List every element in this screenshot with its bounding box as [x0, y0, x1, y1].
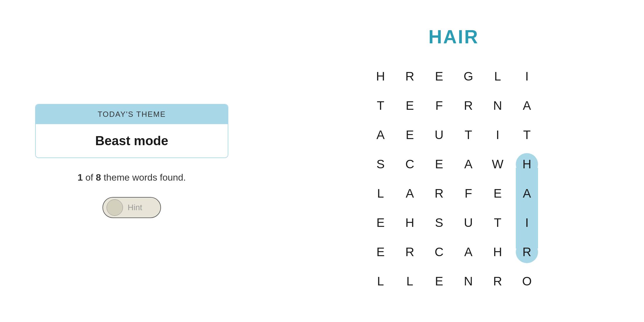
hint-label: Hint [128, 203, 142, 212]
hint-toggle-knob [107, 199, 123, 216]
grid-cell[interactable]: L [366, 267, 395, 296]
grid-cell[interactable]: A [366, 120, 395, 150]
grid-cell[interactable]: A [454, 150, 483, 179]
theme-card-header: TODAY'S THEME [36, 105, 228, 124]
grid-cell[interactable]: A [395, 179, 424, 208]
grid-cell[interactable]: F [424, 91, 454, 120]
grid-cell[interactable]: L [395, 267, 424, 296]
grid-cell[interactable]: W [483, 150, 512, 179]
suffix-text: theme words found. [104, 172, 186, 183]
grid-cell[interactable]: N [454, 267, 483, 296]
found-count: 1 [78, 172, 83, 183]
theme-label: TODAY'S THEME [97, 110, 166, 119]
grid-cell[interactable]: U [454, 208, 483, 237]
total-count: 8 [96, 172, 101, 183]
grid-cell[interactable]: H [483, 237, 512, 267]
grid-cell[interactable]: T [454, 120, 483, 150]
grid-cell[interactable]: S [424, 208, 454, 237]
of-text: of [85, 172, 96, 183]
grid-cell[interactable]: O [512, 267, 542, 296]
grid-cell[interactable]: E [395, 120, 424, 150]
grid-cell[interactable]: E [424, 267, 454, 296]
grid-cell[interactable]: U [424, 120, 454, 150]
grid-cell[interactable]: I [483, 120, 512, 150]
word-search-title: HAIR [429, 26, 479, 48]
grid-cell[interactable]: L [483, 62, 512, 91]
grid-cell[interactable]: R [483, 267, 512, 296]
grid-cell[interactable]: R [512, 237, 542, 267]
grid-cell[interactable]: S [366, 150, 395, 179]
right-panel: HAIR HREGLITEFRNAAEUTITSCEAWHLARFEAEHSUT… [263, 0, 644, 322]
grid-cell[interactable]: H [395, 208, 424, 237]
grid-cell[interactable]: H [512, 150, 542, 179]
grid-cell[interactable]: C [424, 237, 454, 267]
grid-cell[interactable]: A [454, 237, 483, 267]
grid-cell[interactable]: E [424, 62, 454, 91]
grid-cell[interactable]: R [424, 179, 454, 208]
grid-cell[interactable]: I [512, 62, 542, 91]
grid-cell[interactable]: N [483, 91, 512, 120]
theme-title: Beast mode [95, 133, 168, 148]
grid-cell[interactable]: F [454, 179, 483, 208]
grid-cell[interactable]: T [483, 208, 512, 237]
grid-cell[interactable]: E [366, 208, 395, 237]
grid-cell[interactable]: I [512, 208, 542, 237]
left-panel: TODAY'S THEME Beast mode 1 of 8 theme wo… [0, 0, 263, 322]
theme-card-body: Beast mode [36, 124, 228, 157]
grid-cell[interactable]: H [366, 62, 395, 91]
grid-cell[interactable]: E [366, 237, 395, 267]
grid-cell[interactable]: R [454, 91, 483, 120]
grid-cell[interactable]: L [366, 179, 395, 208]
grid-cell[interactable]: E [483, 179, 512, 208]
grid-cell[interactable]: R [395, 62, 424, 91]
grid-cell[interactable]: E [395, 91, 424, 120]
grid-cell[interactable]: T [512, 120, 542, 150]
grid-cell[interactable]: T [366, 91, 395, 120]
grid-cell[interactable]: A [512, 179, 542, 208]
hint-toggle[interactable]: Hint [102, 197, 161, 218]
grid-cell[interactable]: R [395, 237, 424, 267]
grid-cell[interactable]: C [395, 150, 424, 179]
grid-cell[interactable]: E [424, 150, 454, 179]
word-grid: HREGLITEFRNAAEUTITSCEAWHLARFEAEHSUTIERCA… [366, 62, 542, 296]
grid-cell[interactable]: A [512, 91, 542, 120]
grid-cell[interactable]: G [454, 62, 483, 91]
progress-text: 1 of 8 theme words found. [78, 172, 186, 183]
theme-card: TODAY'S THEME Beast mode [35, 104, 228, 158]
